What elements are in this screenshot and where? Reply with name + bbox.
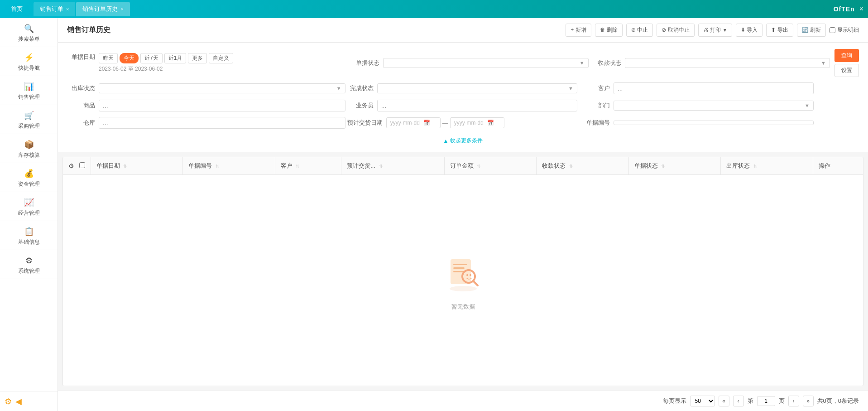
warehouse-dots: ... — [103, 119, 108, 126]
col-date-sort[interactable]: ⇅ — [123, 164, 127, 169]
table-container: ⚙ 单据日期 ⇅ 单据编号 ⇅ — [62, 157, 863, 386]
select-all-header: ⚙ — [63, 157, 91, 175]
page-size-select[interactable]: 50 10 20 100 — [690, 396, 715, 406]
col-bill-status-sort[interactable]: ⇅ — [661, 164, 665, 169]
pagination-bar: 每页显示 50 10 20 100 « ‹ 第 页 › » 共0页，0条记录 — [58, 391, 868, 411]
settings-bottom-icon[interactable]: ⚙ — [5, 396, 12, 406]
col-expected-date-sort[interactable]: ⇅ — [379, 164, 383, 169]
new-button[interactable]: + 新增 — [566, 24, 591, 37]
top-bar: 首页 销售订单 × 销售订单历史 × OfTEn × — [0, 0, 868, 18]
display-toggle-checkbox[interactable] — [830, 27, 835, 33]
expected-date-to[interactable]: yyyy-mm-dd 📅 — [450, 117, 504, 128]
sidebar-sales-label: 销售管理 — [18, 93, 40, 101]
collapse-more-conditions[interactable]: ▲ 收起更多条件 — [67, 134, 859, 145]
product-label: 商品 — [67, 102, 99, 110]
product-input[interactable]: ... — [99, 100, 345, 111]
toolbar: + 新增 🗑 删除 ⊘ 中止 ⊘ 取消中止 🖨 打印 ▼ ⬇ 导入 ⬆ 导出 🔄… — [566, 24, 859, 37]
cancel-stop-button[interactable]: ⊘ 取消中止 — [657, 24, 694, 37]
customer-input[interactable]: ... — [614, 82, 814, 94]
col-amount-sort[interactable]: ⇅ — [477, 164, 480, 169]
complete-status-select[interactable]: ▼ — [377, 83, 577, 93]
settings-column-icon[interactable]: ⚙ — [68, 162, 74, 169]
stop-button[interactable]: ⊘ 中止 — [626, 24, 653, 37]
import-button[interactable]: ⬇ 导入 — [736, 24, 762, 37]
salesperson-label: 业务员 — [345, 102, 377, 110]
page-size-label: 每页显示 — [663, 397, 686, 405]
svg-point-0 — [450, 286, 477, 291]
close-tab-sales-order-history[interactable]: × — [120, 6, 123, 12]
outbound-status-select[interactable]: ▼ — [99, 83, 345, 93]
expected-date-from-group: yyyy-mm-dd 📅 — yyyy-mm-dd 📅 — [386, 117, 504, 128]
date-7days-btn[interactable]: 近7天 — [140, 53, 163, 63]
system-icon: ⚙ — [25, 256, 33, 266]
search-icon: 🔍 — [24, 24, 34, 34]
page-unit-label: 页 — [779, 397, 785, 405]
col-outbound-status: 出库状态 ⇅ — [721, 157, 813, 175]
sidebar-item-quicknav[interactable]: ⚡ 快捷导航 — [0, 47, 58, 76]
sidebar-item-sales[interactable]: 📊 销售管理 — [0, 76, 58, 105]
expected-date-from[interactable]: yyyy-mm-dd 📅 — [386, 117, 441, 128]
col-no-sort[interactable]: ⇅ — [216, 164, 219, 169]
sidebar-item-search[interactable]: 🔍 搜索菜单 — [0, 18, 58, 47]
col-no-label: 单据编号 — [188, 162, 212, 169]
refresh-button[interactable]: 🔄 刷新 — [797, 24, 826, 37]
col-amount: 订单金额 ⇅ — [444, 157, 537, 175]
col-payment-status: 收款状态 ⇅ — [537, 157, 629, 175]
home-tab[interactable]: 首页 — [5, 2, 29, 16]
date-custom-btn[interactable]: 自定义 — [209, 53, 233, 63]
prev-page-btn[interactable]: ‹ — [733, 396, 744, 406]
date-yesterday-btn[interactable]: 昨天 — [99, 53, 118, 63]
customer-label: 客户 — [582, 84, 614, 92]
bill-status-select[interactable]: ▼ — [383, 58, 588, 68]
col-customer-sort[interactable]: ⇅ — [296, 164, 299, 169]
print-arrow-icon: ▼ — [723, 28, 727, 33]
settings-filter-button[interactable]: 设置 — [834, 64, 859, 77]
page-number-input[interactable] — [757, 396, 775, 406]
calendar-to-icon[interactable]: 📅 — [487, 120, 494, 126]
date-today-btn[interactable]: 今天 — [120, 53, 139, 63]
col-payment-status-sort[interactable]: ⇅ — [569, 164, 573, 169]
operations-icon: 📈 — [24, 198, 34, 208]
tab-sales-order[interactable]: 销售订单 × — [34, 2, 75, 16]
payment-status-select[interactable]: ▼ — [625, 58, 830, 68]
date-more-btn[interactable]: 更多 — [188, 53, 207, 63]
export-button[interactable]: ⬆ 导出 — [766, 24, 793, 37]
col-outbound-status-sort[interactable]: ⇅ — [753, 164, 757, 169]
sidebar-item-system[interactable]: ⚙ 系统管理 — [0, 250, 58, 279]
empty-state: 暂无数据 — [63, 175, 863, 386]
tab-sales-order-history-label: 销售订单历史 — [82, 5, 118, 13]
bill-no-label: 单据编号 — [582, 119, 614, 127]
department-select[interactable]: ▼ — [614, 101, 814, 111]
tab-list: 销售订单 × 销售订单历史 × — [34, 2, 834, 16]
print-button[interactable]: 🖨 打印 ▼ — [698, 24, 732, 37]
last-page-btn[interactable]: » — [803, 396, 814, 406]
calendar-from-icon[interactable]: 📅 — [423, 120, 430, 126]
select-all-checkbox[interactable] — [79, 162, 85, 168]
query-button[interactable]: 查询 — [834, 49, 859, 62]
first-page-btn[interactable]: « — [719, 396, 729, 406]
tab-sales-order-history[interactable]: 销售订单历史 × — [76, 2, 129, 16]
page-title: 销售订单历史 — [67, 25, 110, 35]
sidebar-item-finance[interactable]: 💰 资金管理 — [0, 163, 58, 192]
date-range-display: 2023-06-02 至 2023-06-02 — [99, 65, 233, 73]
collapse-label: 收起更多条件 — [450, 137, 483, 145]
close-tab-sales-order[interactable]: × — [66, 6, 69, 12]
payment-status-label: 收款状态 — [593, 59, 625, 67]
delete-button[interactable]: 🗑 删除 — [595, 24, 623, 37]
svg-line-6 — [473, 281, 478, 285]
salesperson-input[interactable]: ... — [377, 100, 577, 111]
window-close-icon[interactable]: × — [859, 5, 863, 13]
sidebar-system-label: 系统管理 — [18, 267, 40, 275]
warehouse-input[interactable]: ... — [99, 117, 345, 129]
bill-no-input[interactable] — [614, 121, 814, 125]
sidebar-item-inventory[interactable]: 📦 库存核算 — [0, 134, 58, 163]
display-toggle-label: 显示明细 — [837, 26, 859, 34]
collapse-sidebar-icon[interactable]: ◀ — [15, 396, 22, 406]
sidebar-item-purchase[interactable]: 🛒 采购管理 — [0, 105, 58, 134]
sidebar-item-basics[interactable]: 📋 基础信息 — [0, 221, 58, 250]
date-1month-btn[interactable]: 近1月 — [164, 53, 187, 63]
sidebar-item-operations[interactable]: 📈 经营管理 — [0, 192, 58, 221]
display-toggle[interactable]: 显示明细 — [830, 26, 859, 34]
bill-status-arrow: ▼ — [580, 60, 585, 66]
next-page-btn[interactable]: › — [788, 396, 799, 406]
